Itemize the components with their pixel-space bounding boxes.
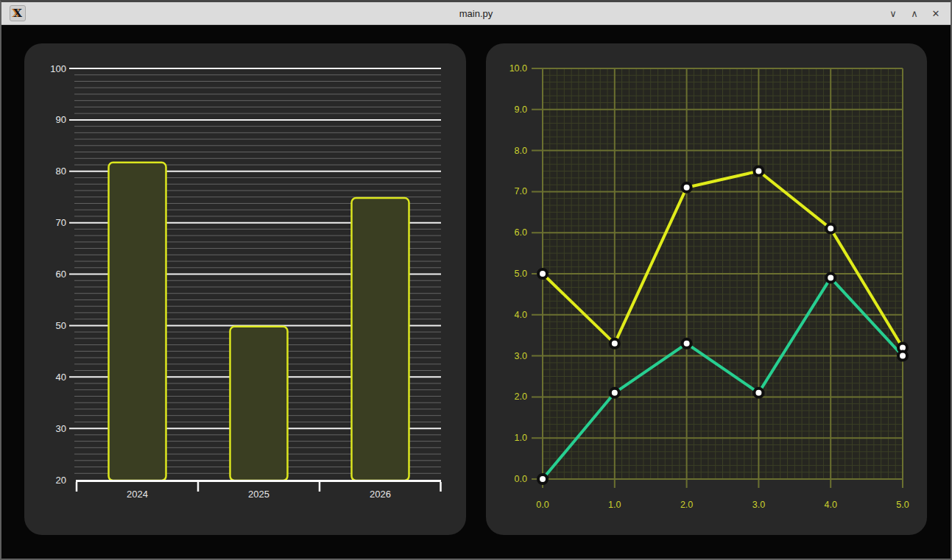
svg-text:90: 90 <box>56 114 66 125</box>
app-window: X X main.py ∨ ∧ ✕ 2030405060708090100202… <box>0 0 952 560</box>
svg-text:70: 70 <box>56 217 66 228</box>
bar-chart-panel: 2030405060708090100202420252026 <box>24 43 466 535</box>
svg-text:60: 60 <box>56 269 66 280</box>
svg-text:1.0: 1.0 <box>515 433 527 443</box>
svg-text:3.0: 3.0 <box>515 351 527 361</box>
svg-text:30: 30 <box>56 423 66 434</box>
line-chart: 0.01.02.03.04.05.06.07.08.09.010.00.01.0… <box>486 43 927 535</box>
window-controls: ∨ ∧ ✕ <box>887 2 942 25</box>
svg-text:0.0: 0.0 <box>515 474 527 484</box>
window-title: main.py <box>459 8 493 19</box>
svg-text:0.0: 0.0 <box>536 500 549 510</box>
svg-text:3.0: 3.0 <box>752 500 765 510</box>
svg-text:5.0: 5.0 <box>515 269 527 279</box>
bar-chart: 2030405060708090100202420252026 <box>24 43 466 535</box>
svg-text:4.0: 4.0 <box>825 500 837 510</box>
svg-text:8.0: 8.0 <box>515 146 527 156</box>
svg-text:100: 100 <box>50 63 66 74</box>
line-chart-panel: 0.01.02.03.04.05.06.07.08.09.010.00.01.0… <box>486 43 927 535</box>
x11-logo-icon[interactable]: X X <box>10 5 26 21</box>
svg-text:20: 20 <box>56 475 66 486</box>
svg-text:5.0: 5.0 <box>896 500 909 510</box>
svg-text:2.0: 2.0 <box>515 391 527 402</box>
svg-text:80: 80 <box>56 166 66 177</box>
close-button[interactable]: ✕ <box>930 9 942 18</box>
svg-text:2026: 2026 <box>370 489 391 500</box>
svg-text:10.0: 10.0 <box>510 63 527 74</box>
svg-text:9.0: 9.0 <box>515 104 527 115</box>
app-content: 2030405060708090100202420252026 0.01.02.… <box>1 25 951 559</box>
svg-text:7.0: 7.0 <box>515 186 527 196</box>
minimize-button[interactable]: ∨ <box>887 9 899 18</box>
svg-text:50: 50 <box>56 320 66 331</box>
svg-text:40: 40 <box>56 372 66 383</box>
svg-text:1.0: 1.0 <box>608 500 621 510</box>
titlebar[interactable]: X X main.py ∨ ∧ ✕ <box>1 2 951 25</box>
svg-text:2025: 2025 <box>248 489 269 500</box>
svg-text:2024: 2024 <box>127 489 148 500</box>
svg-text:4.0: 4.0 <box>515 310 527 320</box>
maximize-button[interactable]: ∧ <box>909 9 920 18</box>
svg-text:6.0: 6.0 <box>515 227 527 238</box>
svg-text:2.0: 2.0 <box>680 500 693 510</box>
